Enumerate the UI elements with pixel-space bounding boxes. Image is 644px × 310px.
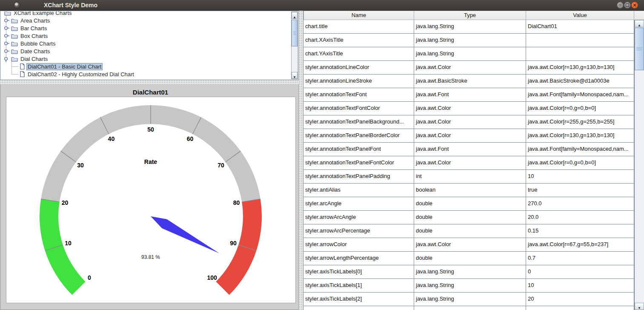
table-row-styler-antialias[interactable]: styler.antiAliasbooleantrue bbox=[303, 184, 635, 197]
table-row-styler-axisticklabels-2[interactable]: styler.axisTickLabels[2]java.lang.String… bbox=[303, 293, 635, 306]
cell-name: styler.annotationTextFontColor bbox=[303, 102, 414, 115]
tree-scroll-down-button[interactable]: ▼ bbox=[292, 72, 298, 79]
table-row-styler-annotationtextfontcolor[interactable]: styler.annotationTextFontColorjava.awt.C… bbox=[303, 102, 635, 115]
table-row-styler-arcangle[interactable]: styler.arcAngledouble270.0 bbox=[303, 197, 635, 211]
folder-icon bbox=[11, 25, 18, 31]
cell-value bbox=[526, 34, 634, 47]
cell-name: chart.XAxisTitle bbox=[303, 34, 414, 47]
tree-scrollbar[interactable]: ▲ ▼ bbox=[291, 11, 298, 79]
cell-type: java.awt.Font bbox=[414, 143, 526, 156]
tree-scroll-up-button[interactable]: ▲ bbox=[292, 12, 298, 19]
chart-tree-panel: XChart Example ChartsArea ChartsBar Char… bbox=[0, 11, 299, 80]
cell-name: styler.annotationTextPanelFontColor bbox=[303, 156, 414, 170]
folder-icon bbox=[4, 11, 11, 16]
column-header-type[interactable]: Type bbox=[414, 11, 526, 20]
tree-node-dial-charts[interactable]: Dial Charts bbox=[1, 55, 292, 63]
table-row-partial[interactable] bbox=[303, 306, 635, 310]
cell-type: java.lang.String bbox=[414, 47, 526, 61]
table-scroll-down-button[interactable]: ▼ bbox=[635, 303, 644, 310]
table-row-styler-annotationtextfont[interactable]: styler.annotationTextFontjava.awt.Fontja… bbox=[303, 88, 635, 102]
arrow-down-icon: ▼ bbox=[638, 306, 641, 310]
cell-value bbox=[526, 47, 634, 61]
tree-leaf-dialchart01-basic-dial-chart[interactable]: DialChart01 - Basic Dial Chart bbox=[1, 63, 292, 70]
cell-value: 0.15 bbox=[526, 224, 634, 238]
column-header-value[interactable]: Value bbox=[526, 11, 634, 20]
tree-node-area-charts[interactable]: Area Charts bbox=[1, 17, 292, 24]
gauge-tick-label: 70 bbox=[218, 162, 224, 169]
close-button[interactable]: ✕ bbox=[631, 2, 638, 9]
cell-name: styler.arrowArcPercentage bbox=[303, 224, 414, 238]
tree-node-box-charts[interactable]: Box Charts bbox=[1, 32, 292, 40]
arrow-up-icon: ▲ bbox=[293, 15, 296, 19]
titlebar[interactable]: XChart Style Demo − ✕ bbox=[0, 0, 644, 11]
table-row-styler-arrowarcpercentage[interactable]: styler.arrowArcPercentagedouble0.15 bbox=[303, 224, 635, 238]
table-row-styler-axisticklabels-1[interactable]: styler.axisTickLabels[1]java.lang.String… bbox=[303, 279, 635, 293]
maximize-button[interactable] bbox=[624, 2, 631, 9]
cell-type: java.lang.String bbox=[414, 265, 526, 279]
table-row-styler-arrowarcangle[interactable]: styler.arrowArcAngledouble20.0 bbox=[303, 211, 635, 224]
dial-gauge: 0102030405060708090100Rate93.81 % bbox=[6, 97, 295, 303]
expand-handle-icon[interactable] bbox=[3, 33, 9, 39]
table-row-chart-xaxistitle[interactable]: chart.XAxisTitlejava.lang.String bbox=[303, 34, 635, 47]
tree-node-label: Bubble Charts bbox=[19, 40, 57, 47]
table-row-styler-annotationtextpanelbackground[interactable]: styler.annotationTextPanelBackground...j… bbox=[303, 115, 635, 129]
cell-name: styler.annotationTextPanelBackground... bbox=[303, 115, 414, 129]
table-row-styler-annotationtextpanelfont[interactable]: styler.annotationTextPanelFontjava.awt.F… bbox=[303, 143, 635, 156]
tree-node-date-charts[interactable]: Date Charts bbox=[1, 47, 292, 55]
cell-value: java.awt.BasicStroke@d1a0003e bbox=[526, 75, 634, 88]
split-divider-horizontal[interactable] bbox=[0, 80, 299, 84]
folder-icon bbox=[11, 40, 18, 46]
minimize-button[interactable]: − bbox=[617, 2, 624, 9]
tree-node-label: Date Charts bbox=[19, 48, 51, 55]
table-row-styler-annotationlinecolor[interactable]: styler.annotationLineColorjava.awt.Color… bbox=[303, 61, 635, 75]
gauge-tick-label: 10 bbox=[65, 240, 72, 247]
table-row-styler-annotationtextpanelpadding[interactable]: styler.annotationTextPanelPaddingint10 bbox=[303, 170, 635, 184]
table-scrollbar-thumb[interactable] bbox=[635, 28, 644, 70]
folder-icon bbox=[11, 17, 18, 23]
close-icon: ✕ bbox=[632, 2, 638, 8]
expand-handle-icon[interactable] bbox=[3, 25, 9, 32]
collapse-handle-icon[interactable] bbox=[3, 56, 9, 62]
tree-scrollbar-thumb[interactable] bbox=[292, 20, 298, 46]
application-window: XChart Style Demo − ✕ XChart Example Cha… bbox=[0, 0, 644, 310]
cell-type: java.lang.String bbox=[414, 293, 526, 306]
cell-value: java.awt.Color[r=130,g=130,b=130] bbox=[526, 129, 634, 143]
cell-type: java.lang.String bbox=[414, 20, 526, 34]
cell-value: java.awt.Color[r=0,g=0,b=0] bbox=[526, 102, 634, 115]
table-row-chart-title[interactable]: chart.titlejava.lang.StringDialChart01 bbox=[303, 20, 635, 34]
minimize-icon: − bbox=[617, 2, 623, 8]
table-scrollbar[interactable]: ▲ ▼ bbox=[634, 20, 644, 310]
tree-node-xchart-example-charts[interactable]: XChart Example Charts bbox=[1, 11, 292, 17]
table-row-styler-annotationtextpanelfontcolor[interactable]: styler.annotationTextPanelFontColorjava.… bbox=[303, 156, 635, 170]
table-row-styler-arrowlengthpercentage[interactable]: styler.arrowLengthPercentagedouble0.7 bbox=[303, 252, 635, 265]
cell-name: styler.annotationTextPanelFont bbox=[303, 143, 414, 156]
gauge-tick-label: 80 bbox=[233, 199, 240, 206]
table-row-chart-yaxistitle[interactable]: chart.YAxisTitlejava.lang.String bbox=[303, 47, 635, 61]
table-row-styler-annotationtextpanelbordercolor[interactable]: styler.annotationTextPanelBorderColorjav… bbox=[303, 129, 635, 143]
cell-type: java.lang.String bbox=[414, 279, 526, 293]
expand-handle-icon[interactable] bbox=[3, 17, 9, 24]
cell-type: java.awt.Font bbox=[414, 88, 526, 102]
cell-value: java.awt.Color[r=255,g=255,b=255] bbox=[526, 115, 634, 129]
document-icon bbox=[20, 63, 25, 70]
tree-node-bubble-charts[interactable]: Bubble Charts bbox=[1, 40, 292, 47]
table-row-styler-arrowcolor[interactable]: styler.arrowColorjava.awt.Colorjava.awt.… bbox=[303, 238, 635, 252]
document-icon bbox=[20, 71, 25, 78]
table-scroll-up-button[interactable]: ▲ bbox=[635, 20, 644, 27]
column-header-name[interactable]: Name bbox=[303, 11, 414, 20]
tree-leaf-dialchart02-highly-customized-dial-chart[interactable]: DialChart02 - Highly Customized Dial Cha… bbox=[1, 70, 292, 78]
cell-value: java.awt.Color[r=130,g=130,b=130] bbox=[526, 61, 634, 75]
dial-chart-plot: 0102030405060708090100Rate93.81 % bbox=[6, 97, 296, 303]
expand-handle-icon[interactable] bbox=[3, 40, 9, 47]
table-row-styler-annotationlinestroke[interactable]: styler.annotationLineStrokejava.awt.Basi… bbox=[303, 75, 635, 88]
split-divider-vertical[interactable] bbox=[299, 11, 303, 310]
cell-type: boolean bbox=[414, 184, 526, 197]
cell-name: styler.annotationLineStroke bbox=[303, 75, 414, 88]
table-row-styler-axisticklabels-0[interactable]: styler.axisTickLabels[0]java.lang.String… bbox=[303, 265, 635, 279]
tree-node-bar-charts[interactable]: Bar Charts bbox=[1, 24, 292, 32]
cell-type: java.awt.Color bbox=[414, 102, 526, 115]
cell-type: double bbox=[414, 224, 526, 238]
table-body: chart.titlejava.lang.StringDialChart01ch… bbox=[303, 20, 635, 310]
cell-name: styler.axisTickLabels[2] bbox=[303, 293, 414, 306]
expand-handle-icon[interactable] bbox=[3, 48, 9, 55]
